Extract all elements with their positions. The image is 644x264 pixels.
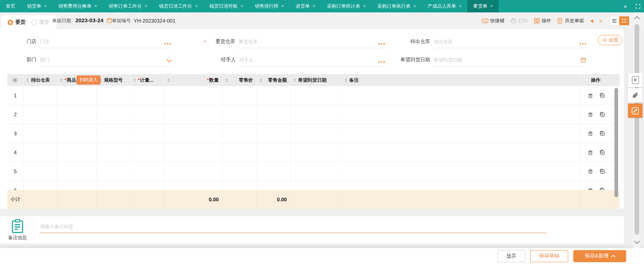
table-cell[interactable] bbox=[24, 143, 57, 162]
table-cell[interactable] bbox=[165, 162, 223, 180]
discard-button[interactable]: 放弃 bbox=[497, 250, 525, 262]
table-cell[interactable] bbox=[223, 124, 257, 143]
tab-item[interactable]: 要货单× bbox=[467, 0, 499, 12]
request-warehouse-input[interactable] bbox=[238, 35, 386, 48]
save-draft-button[interactable]: 保存草稿 bbox=[530, 250, 568, 262]
column-header[interactable]: *数量 bbox=[165, 74, 223, 86]
copy-row-button[interactable] bbox=[599, 112, 605, 117]
table-cell[interactable] bbox=[342, 105, 579, 124]
copy-row-button[interactable] bbox=[599, 150, 605, 155]
delete-row-button[interactable] bbox=[588, 112, 593, 117]
table-cell[interactable] bbox=[57, 181, 97, 190]
tab-close-icon[interactable]: × bbox=[145, 4, 147, 9]
table-cell[interactable] bbox=[257, 124, 291, 143]
table-cell[interactable] bbox=[257, 162, 291, 180]
table-cell[interactable] bbox=[257, 86, 291, 105]
tab-item[interactable]: 销售排行榜× bbox=[249, 0, 290, 12]
table-cell[interactable] bbox=[97, 162, 130, 180]
table-cell[interactable] bbox=[130, 143, 165, 162]
table-cell[interactable] bbox=[24, 162, 57, 180]
table-cell[interactable] bbox=[130, 162, 165, 180]
calendar-icon[interactable] bbox=[106, 18, 112, 23]
expand-button[interactable] bbox=[628, 104, 643, 118]
history-documents-button[interactable]: 历史单据 bbox=[557, 18, 584, 24]
save-and-new-button[interactable]: 保存&新增 bbox=[573, 250, 626, 262]
table-cell[interactable] bbox=[342, 162, 579, 180]
outbound-warehouse-input[interactable] bbox=[433, 35, 588, 48]
tab-close-icon[interactable]: × bbox=[241, 4, 243, 9]
table-cell[interactable] bbox=[97, 181, 130, 190]
column-header[interactable]: 备注 bbox=[342, 74, 579, 86]
previous-document-icon[interactable]: ◀ bbox=[590, 18, 593, 23]
column-header[interactable]: 希望到货日期 bbox=[291, 74, 342, 86]
scroll-down-icon[interactable] bbox=[634, 238, 640, 244]
store-more-icon[interactable] bbox=[164, 43, 171, 44]
tab-item[interactable]: 销货单× bbox=[21, 0, 52, 12]
tab-close-icon[interactable]: × bbox=[313, 4, 315, 9]
store-input[interactable] bbox=[39, 35, 172, 48]
tab-item[interactable]: 钱货日清对账× bbox=[203, 0, 249, 12]
table-cell[interactable] bbox=[291, 124, 342, 143]
table-cell[interactable] bbox=[24, 105, 57, 124]
tab-close-icon[interactable]: × bbox=[44, 4, 47, 9]
tab-close-icon[interactable]: × bbox=[94, 4, 97, 9]
table-cell[interactable] bbox=[57, 124, 97, 143]
delete-row-button[interactable] bbox=[588, 93, 593, 98]
radio-option-request[interactable]: 要货 bbox=[8, 19, 26, 26]
attachment-button[interactable] bbox=[628, 88, 643, 102]
table-cell[interactable] bbox=[57, 162, 97, 180]
delete-row-button[interactable] bbox=[588, 150, 593, 155]
copy-row-button[interactable] bbox=[599, 187, 605, 190]
fullscreen-icon[interactable] bbox=[632, 0, 644, 12]
column-header[interactable]: 零售价 bbox=[223, 74, 257, 86]
table-cell[interactable] bbox=[57, 86, 97, 105]
tab-close-icon[interactable]: × bbox=[459, 4, 461, 9]
expected-date-input[interactable] bbox=[433, 54, 588, 66]
column-header[interactable]: *商品扫码录入 bbox=[57, 74, 97, 86]
scroll-up-icon[interactable] bbox=[634, 16, 640, 22]
table-cell[interactable] bbox=[291, 143, 342, 162]
print-button[interactable]: 打印 bbox=[511, 18, 528, 24]
table-cell[interactable] bbox=[223, 105, 257, 124]
sort-icon[interactable] bbox=[167, 78, 170, 82]
table-cell[interactable] bbox=[97, 105, 130, 124]
table-cell[interactable] bbox=[97, 143, 130, 162]
copy-row-button[interactable] bbox=[599, 131, 605, 136]
date-value[interactable]: 2023-03-24 bbox=[75, 17, 104, 23]
table-cell[interactable] bbox=[130, 181, 165, 190]
copy-row-button[interactable] bbox=[599, 168, 605, 174]
detail-view-toggle[interactable] bbox=[619, 16, 629, 25]
column-header[interactable]: 待出仓库 bbox=[24, 74, 57, 86]
table-cell[interactable] bbox=[291, 86, 342, 105]
delete-row-button[interactable] bbox=[588, 131, 593, 136]
table-cell[interactable] bbox=[24, 181, 57, 190]
next-document-icon[interactable]: ▶ bbox=[600, 18, 603, 23]
sort-icon[interactable] bbox=[225, 78, 228, 82]
handler-input[interactable] bbox=[239, 54, 386, 66]
table-cell[interactable] bbox=[130, 105, 165, 124]
tab-item[interactable]: 进货单× bbox=[290, 0, 321, 12]
sort-icon[interactable] bbox=[133, 78, 136, 82]
grid-scrollbar-thumb[interactable] bbox=[614, 88, 618, 197]
table-cell[interactable] bbox=[291, 181, 342, 190]
tab-item[interactable]: 产成品入库单× bbox=[422, 0, 467, 12]
outbound-warehouse-more-icon[interactable] bbox=[579, 43, 586, 44]
delete-row-button[interactable] bbox=[588, 187, 593, 190]
table-cell[interactable] bbox=[165, 143, 223, 162]
remark-input[interactable] bbox=[39, 221, 547, 233]
column-header[interactable]: *计量... bbox=[130, 74, 165, 86]
table-cell[interactable] bbox=[342, 143, 579, 162]
table-cell[interactable] bbox=[24, 124, 57, 143]
table-cell[interactable] bbox=[223, 86, 257, 105]
table-cell[interactable] bbox=[165, 86, 223, 105]
close-all-icon[interactable]: × bbox=[619, 0, 632, 12]
operate-button[interactable]: 操作 bbox=[534, 18, 551, 24]
tab-item[interactable]: 钱货日清工作台× bbox=[153, 0, 203, 12]
tab-close-icon[interactable]: × bbox=[413, 4, 416, 9]
table-cell[interactable] bbox=[97, 124, 130, 143]
table-cell[interactable] bbox=[291, 105, 342, 124]
table-cell[interactable] bbox=[57, 105, 97, 124]
tab-item[interactable]: 销售订单工作台× bbox=[103, 0, 153, 12]
tab-item[interactable]: 采购订单统计表× bbox=[321, 0, 371, 12]
sort-icon[interactable] bbox=[259, 78, 262, 82]
